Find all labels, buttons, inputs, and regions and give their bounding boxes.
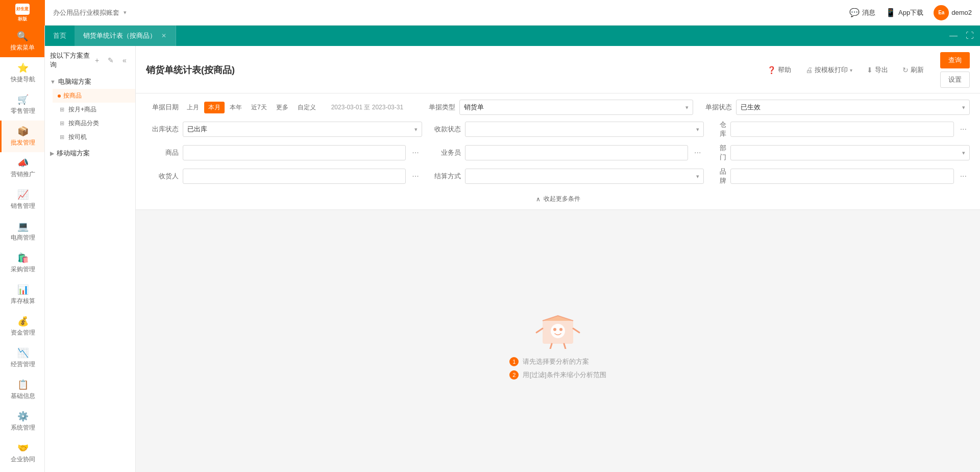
app-download-label: App下载 <box>898 8 923 17</box>
help-label: 帮助 <box>778 65 791 75</box>
app-subtitle: 标版 <box>18 16 27 22</box>
sidebar-item-newbie[interactable]: 🎓 新手引导 <box>0 469 44 472</box>
outbound-select[interactable]: 已出库 ▾ <box>183 122 422 137</box>
brand-input[interactable] <box>730 169 953 184</box>
sidebar-item-inventory[interactable]: 📊 库存核算 <box>0 279 44 311</box>
date-tab-last-month[interactable]: 上月 <box>183 102 203 113</box>
warehouse-label: 仓库 <box>714 120 730 138</box>
doc-type-select[interactable]: 销货单 ▾ <box>459 100 693 115</box>
tab-home[interactable]: 首页 <box>45 26 75 46</box>
brand-dots-btn[interactable]: ··· <box>957 172 970 181</box>
outbound-arrow-icon: ▾ <box>414 126 418 133</box>
date-tab-this-month[interactable]: 本月 <box>204 102 225 113</box>
export-btn[interactable]: ⬇ 导出 <box>863 63 892 77</box>
edit-icon: ✎ <box>108 56 114 64</box>
sidebar-item-marketing[interactable]: 📣 营销推广 <box>0 152 44 184</box>
user-profile[interactable]: Ea demo2 <box>934 5 972 20</box>
collapse-bar[interactable]: ∧ 收起更多条件 <box>146 191 970 203</box>
tree-section-desktop-header[interactable]: ▼ 电脑端方案 <box>45 75 135 89</box>
page-title-row: 销货单统计表(按商品) ❓ 帮助 🖨 按模板打印 ▾ ⬇ <box>146 52 970 88</box>
department-label: 部门 <box>714 144 730 162</box>
empty-state: 1 请先选择要分析的方案 2 用[过滤]条件来缩小分析范围 <box>509 303 606 380</box>
tab-home-label: 首页 <box>53 31 66 40</box>
sidebar-item-label: 批发管理 <box>11 138 35 147</box>
filter-row-4: 收货人 ··· 结算方式 ▾ 品牌 <box>146 167 970 185</box>
salesperson-input[interactable] <box>465 145 688 160</box>
collapse-arrow-icon: ∧ <box>536 196 541 203</box>
svg-line-6 <box>550 344 552 349</box>
salesperson-dots-btn[interactable]: ··· <box>691 148 704 157</box>
sidebar-item-sales-mgmt[interactable]: 📈 销售管理 <box>0 184 44 216</box>
goods-dots-btn[interactable]: ··· <box>409 148 422 157</box>
sidebar-item-wholesale[interactable]: 📦 批发管理 <box>0 121 44 152</box>
system-icon: ⚙️ <box>17 411 29 422</box>
sidebar-item-ecommerce[interactable]: 💻 电商管理 <box>0 216 44 247</box>
tab-minimize-btn[interactable]: — <box>947 29 960 42</box>
tab-sales-stats[interactable]: 销货单统计表（按商品） ✕ <box>75 26 176 46</box>
doc-status-select[interactable]: 已生效 ▾ <box>736 100 970 115</box>
breadcrumb-text: 办公用品行业模拟账套 <box>53 8 119 17</box>
collapse-icon: « <box>122 56 127 64</box>
refresh-btn[interactable]: ↻ 刷新 <box>898 63 928 77</box>
app-download-btn[interactable]: 📱 App下载 <box>886 8 923 17</box>
payment-select[interactable]: ▾ <box>465 169 704 184</box>
collapse-text: 收起更多条件 <box>544 195 580 203</box>
sidebar-item-search-menu[interactable]: 🔍 搜索菜单 <box>0 26 44 57</box>
right-content: 销货单统计表(按商品) ❓ 帮助 🖨 按模板打印 ▾ ⬇ <box>136 46 980 472</box>
sidebar-item-system[interactable]: ⚙️ 系统管理 <box>0 406 44 437</box>
sidebar-item-enterprise-collab[interactable]: 🤝 企业协同 <box>0 437 44 469</box>
doc-type-value: 销货单 <box>464 103 484 112</box>
warehouse-input[interactable] <box>730 122 953 137</box>
department-select[interactable]: ▾ <box>730 145 970 160</box>
goods-label: 商品 <box>146 148 183 157</box>
tree-node-by-goods-category[interactable]: ⊞ 按商品分类 <box>53 116 135 130</box>
sidebar-item-label: 系统管理 <box>11 423 35 432</box>
page-header: 销货单统计表(按商品) ❓ 帮助 🖨 按模板打印 ▾ ⬇ <box>136 46 980 93</box>
sidebar-item-operations[interactable]: 📉 经营管理 <box>0 342 44 374</box>
header-actions: 💬 消息 📱 App下载 Ea demo2 <box>849 5 972 20</box>
brand-label: 品牌 <box>714 167 730 185</box>
tree-section-mobile-header[interactable]: ▶ 移动端方案 <box>45 146 135 160</box>
sidebar-item-label: 搜索菜单 <box>10 43 35 52</box>
sidebar-item-purchase[interactable]: 🛍️ 采购管理 <box>0 247 44 279</box>
goods-input[interactable] <box>183 145 406 160</box>
sidebar-item-finance[interactable]: 💰 资金管理 <box>0 311 44 342</box>
tree-node-by-goods[interactable]: 按商品 <box>53 89 135 103</box>
date-tab-this-year[interactable]: 本年 <box>226 102 246 113</box>
sidebar-item-retail[interactable]: 🛒 零售管理 <box>0 89 44 121</box>
tab-close-btn[interactable]: ✕ <box>160 31 167 40</box>
tip-num-1: 1 <box>509 357 519 366</box>
table-area: 1 请先选择要分析的方案 2 用[过滤]条件来缩小分析范围 <box>136 210 980 472</box>
messages-icon: 💬 <box>849 8 860 17</box>
receiver-input[interactable] <box>183 169 406 184</box>
department-arrow-icon: ▾ <box>962 150 965 156</box>
help-btn[interactable]: ❓ 帮助 <box>763 63 795 77</box>
tree-node-by-cashier-label: 按司机 <box>68 133 87 141</box>
warehouse-dots-btn[interactable]: ··· <box>957 125 970 134</box>
grid-icon-1: ⊞ <box>58 106 66 114</box>
sidebar-item-quick-nav[interactable]: ⭐ 快捷导航 <box>0 57 44 89</box>
enterprise-collab-icon: 🤝 <box>17 442 29 454</box>
date-tab-last-7-days[interactable]: 近7天 <box>247 102 271 113</box>
date-tab-more[interactable]: 更多 <box>272 102 292 113</box>
sidebar-item-label: 采购管理 <box>11 265 35 274</box>
receiver-dots-btn[interactable]: ··· <box>409 172 422 181</box>
tip-text-2: 用[过滤]条件来缩小分析范围 <box>523 370 606 380</box>
settings-btn[interactable]: 设置 <box>940 72 970 88</box>
print-template-btn[interactable]: 🖨 按模板打印 ▾ <box>801 63 856 77</box>
search-menu-icon: 🔍 <box>17 31 28 42</box>
tab-maximize-btn[interactable]: ⛶ <box>964 29 976 42</box>
tree-node-by-month-goods[interactable]: ⊞ 按月+商品 <box>53 103 135 116</box>
edit-scheme-btn[interactable]: ✎ <box>105 55 116 66</box>
date-tab-custom[interactable]: 自定义 <box>293 102 320 113</box>
add-scheme-btn[interactable]: + <box>91 55 103 66</box>
messages-btn[interactable]: 💬 消息 <box>849 8 875 17</box>
left-panel-title: 按以下方案查询 <box>50 51 91 69</box>
collapse-panel-btn[interactable]: « <box>119 55 130 66</box>
query-btn[interactable]: 查询 <box>940 52 970 68</box>
print-icon: 🖨 <box>805 66 813 74</box>
tree-node-by-cashier[interactable]: ⊞ 按司机 <box>53 130 135 144</box>
page-actions: ❓ 帮助 🖨 按模板打印 ▾ ⬇ 导出 ↻ <box>763 52 970 88</box>
receipt-status-select[interactable]: ▾ <box>465 122 704 137</box>
sidebar-item-basic-info[interactable]: 📋 基础信息 <box>0 374 44 406</box>
